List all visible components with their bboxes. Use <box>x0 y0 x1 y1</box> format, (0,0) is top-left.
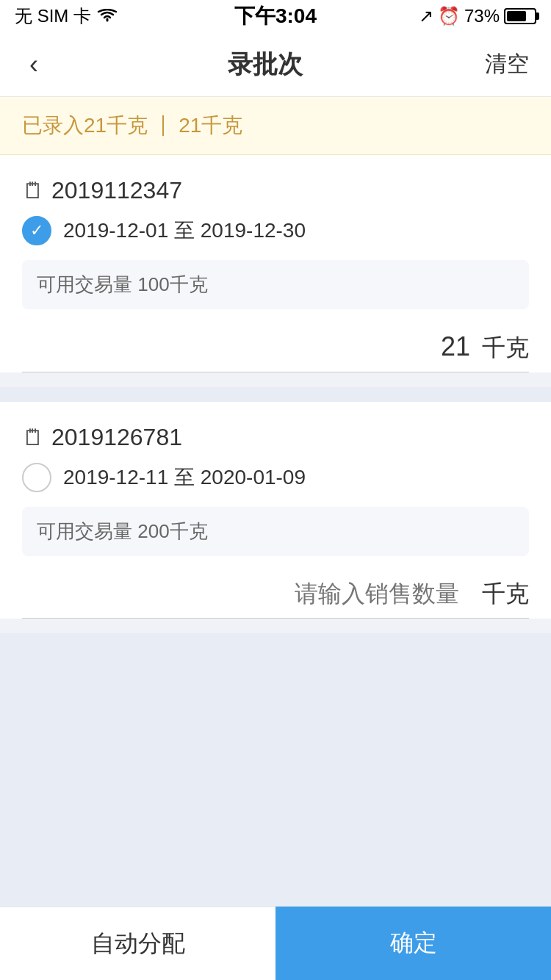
batch-card-2-body: 🗒 2019126781 2019-12-11 至 2020-01-09 可用交… <box>0 402 551 556</box>
back-button[interactable]: ‹ <box>22 42 46 87</box>
status-time: 下午3:04 <box>234 2 317 30</box>
wifi-icon <box>97 9 118 24</box>
clear-button[interactable]: 清空 <box>485 49 529 79</box>
total-label: 21千克 <box>179 112 242 140</box>
batch-date-row-2[interactable]: 2019-12-11 至 2020-01-09 <box>22 463 529 492</box>
batch-date-1: 2019-12-01 至 2019-12-30 <box>63 217 306 245</box>
batch-doc-icon-2: 🗒 <box>22 425 44 450</box>
batch-doc-icon-1: 🗒 <box>22 179 44 203</box>
section-separator <box>0 387 551 402</box>
location-icon: ↗ <box>419 6 433 26</box>
alarm-icon: ⏰ <box>438 6 460 26</box>
battery-percent: 73% <box>464 6 500 26</box>
bottom-bar: 自动分配 确定 <box>0 907 551 980</box>
summary-banner: 已录入21千克 21千克 <box>0 97 551 155</box>
radio-unselected-2[interactable] <box>22 463 51 492</box>
content-area: 已录入21千克 21千克 🗒 2019112347 ✓ 2019-12-01 至… <box>0 97 551 980</box>
quantity-unit-1: 千克 <box>482 332 529 364</box>
quantity-input-2[interactable] <box>250 580 470 608</box>
batch-card-1: 🗒 2019112347 ✓ 2019-12-01 至 2019-12-30 可… <box>0 155 551 372</box>
batch-date-row-1[interactable]: ✓ 2019-12-01 至 2019-12-30 <box>22 216 529 245</box>
radio-selected-1[interactable]: ✓ <box>22 216 51 245</box>
available-row-2: 可用交易量 200千克 <box>22 507 529 556</box>
status-left: 无 SIM 卡 <box>15 4 118 28</box>
quantity-value-1: 21 <box>441 331 470 362</box>
status-right: ↗ ⏰ 73% <box>419 6 536 26</box>
carrier-text: 无 SIM 卡 <box>15 4 91 28</box>
available-row-1: 可用交易量 100千克 <box>22 260 529 309</box>
checkmark-icon-1: ✓ <box>30 221 43 240</box>
batch-id-2: 2019126781 <box>51 424 182 451</box>
status-bar: 无 SIM 卡 下午3:04 ↗ ⏰ 73% <box>0 0 551 32</box>
summary-divider <box>162 115 164 136</box>
battery-icon <box>504 8 536 24</box>
batch-id-row-2: 🗒 2019126781 <box>22 424 529 451</box>
batch-id-1: 2019112347 <box>51 177 182 204</box>
quantity-row-1: 21 千克 <box>0 324 551 364</box>
batch-card-2: 🗒 2019126781 2019-12-11 至 2020-01-09 可用交… <box>0 402 551 619</box>
quantity-divider-1 <box>22 372 529 372</box>
input-unit-2: 千克 <box>482 578 529 610</box>
batch-card-1-body: 🗒 2019112347 ✓ 2019-12-01 至 2019-12-30 可… <box>0 155 551 309</box>
page-title: 录批次 <box>228 48 303 82</box>
input-row-2: 千克 <box>0 571 551 610</box>
recorded-label: 已录入21千克 <box>22 112 148 140</box>
auto-distribute-button[interactable]: 自动分配 <box>0 907 276 980</box>
battery-fill <box>507 11 526 21</box>
nav-bar: ‹ 录批次 清空 <box>0 32 551 97</box>
batch-id-row-1: 🗒 2019112347 <box>22 177 529 204</box>
input-divider-2 <box>22 618 529 619</box>
batch-date-2: 2019-12-11 至 2020-01-09 <box>63 464 306 491</box>
confirm-button[interactable]: 确定 <box>276 907 551 980</box>
